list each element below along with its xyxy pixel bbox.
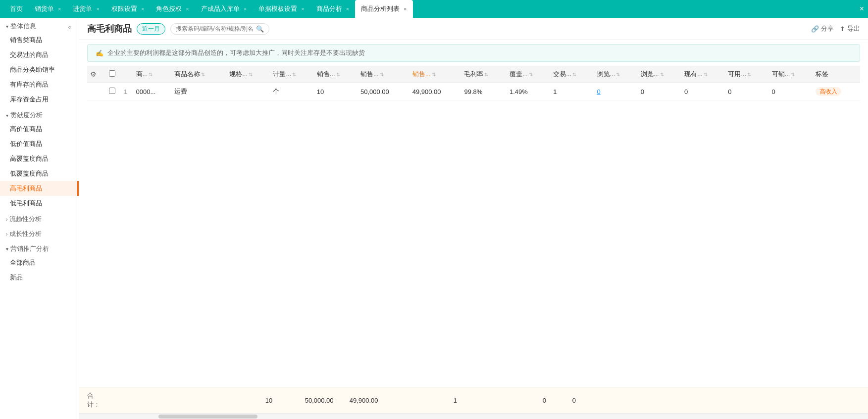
col-tag-header: 标签	[813, 66, 860, 83]
nav-close-sales[interactable]: ×	[58, 6, 61, 12]
nav-item-purchase[interactable]: 进货单 ×	[67, 0, 105, 18]
nav-item-goods-analysis[interactable]: 商品分析 ×	[310, 0, 355, 18]
sidebar-group-growth-arrow: ›	[6, 232, 7, 237]
row-sale2: 0	[769, 83, 813, 100]
col-trade-header[interactable]: 交易...⇅	[550, 66, 594, 83]
nav-item-product-in[interactable]: 产成品入库单 ×	[195, 0, 253, 18]
col-browse1-header[interactable]: 浏览...⇅	[594, 66, 638, 83]
nav-close-goods-analysis-list[interactable]: ×	[404, 6, 407, 12]
search-input[interactable]	[176, 25, 253, 32]
col-gross-rate-header[interactable]: 毛利率⇅	[461, 66, 507, 83]
nav-close-role[interactable]: ×	[186, 6, 189, 12]
footer-sale-qty: 10	[265, 397, 305, 404]
export-button[interactable]: ⬆ 导出	[840, 24, 860, 33]
table-row: 1 0000... 运费 个 10 50,000.00 49,900.00 99…	[87, 83, 860, 100]
share-icon: 🔗	[811, 25, 819, 33]
sidebar-item-high-coverage[interactable]: 高覆盖度商品	[0, 151, 79, 166]
row-checkbox-cell[interactable]	[106, 83, 118, 100]
sidebar-item-sales-goods[interactable]: 销售类商品	[0, 33, 79, 47]
sidebar-item-inventory-capital[interactable]: 库存资金占用	[0, 92, 79, 107]
row-num: 1	[118, 83, 133, 100]
col-sale-amt-header[interactable]: 销售...⇅	[357, 66, 409, 83]
footer-label: 合计：	[87, 391, 106, 409]
scrollbar-bar[interactable]	[79, 413, 868, 419]
row-trade: 1	[550, 83, 594, 100]
row-sale-qty: 10	[314, 83, 357, 100]
nav-item-goods-analysis-list[interactable]: 商品分析列表 ×	[355, 0, 412, 18]
col-check-header[interactable]	[106, 66, 118, 83]
nav-close-purchase[interactable]: ×	[96, 6, 99, 12]
sidebar-item-low-value[interactable]: 低价值商品	[0, 137, 79, 151]
sidebar-item-category-assist[interactable]: 商品分类助销率	[0, 62, 79, 77]
row-checkbox[interactable]	[109, 88, 115, 94]
sidebar-item-all-goods[interactable]: 全部商品	[0, 255, 79, 270]
sidebar-group-marketing-arrow: ▾	[6, 246, 8, 252]
sidebar-collapse-button[interactable]: «	[65, 22, 75, 32]
content-header: 高毛利商品 近一月 🔍 🔗 分享 ⬆ 导出	[79, 18, 868, 40]
nav-close-permission[interactable]: ×	[141, 6, 144, 12]
sidebar-item-low-coverage[interactable]: 低覆盖度商品	[0, 166, 79, 181]
col-spec-header[interactable]: 规格...⇅	[226, 66, 270, 83]
row-spec	[226, 83, 270, 100]
col-num-header	[118, 66, 133, 83]
col-name-header[interactable]: 商品名称⇅	[171, 66, 226, 83]
col-unit-header[interactable]: 计量...⇅	[270, 66, 313, 83]
select-all-checkbox[interactable]	[109, 70, 115, 77]
nav-close-product-in[interactable]: ×	[244, 6, 247, 12]
sidebar-item-new-goods[interactable]: 新品	[0, 270, 79, 285]
nav-item-home[interactable]: 首页	[4, 0, 29, 18]
data-table: ⚙ 商...⇅ 商品名称⇅ 规格...⇅ 计量...⇅ 销售...⇅ 销售...…	[87, 66, 860, 100]
nav-close-all-btn[interactable]: ×	[860, 4, 864, 13]
row-unit: 个	[270, 83, 313, 100]
nav-close-goods-analysis[interactable]: ×	[346, 6, 349, 12]
footer-cells: 10 50,000.00 49,900.00 1 0 0	[112, 397, 860, 404]
footer-avail: 0	[572, 397, 602, 404]
sidebar-item-high-margin[interactable]: 高毛利商品	[0, 181, 79, 196]
sidebar-group-contribution-arrow: ▾	[6, 113, 8, 118]
col-gear-header[interactable]: ⚙	[87, 66, 106, 83]
sidebar-item-high-value[interactable]: 高价值商品	[0, 122, 79, 137]
sidebar-group-contribution[interactable]: ▾ 贡献度分析	[0, 107, 79, 122]
row-browse1[interactable]: 0	[594, 83, 638, 100]
tip-bar: ✍ 企业的主要的利润都是这部分商品创造的，可考虑加大推广，同时关注库存是不要出现…	[87, 44, 860, 62]
col-sale-qty-header[interactable]: 销售...⇅	[314, 66, 357, 83]
sidebar-item-low-margin[interactable]: 低毛利商品	[0, 196, 79, 211]
row-name: 运费	[171, 83, 226, 100]
tip-text: 企业的主要的利润都是这部分商品创造的，可考虑加大推广，同时关注库存是不要出现缺货	[107, 48, 365, 57]
col-browse2-header[interactable]: 浏览...⇅	[638, 66, 681, 83]
search-icon[interactable]: 🔍	[256, 25, 264, 33]
row-gross-rate: 99.8%	[461, 83, 507, 100]
export-icon: ⬆	[840, 25, 845, 33]
footer-current: 0	[543, 397, 572, 404]
search-box: 🔍	[170, 23, 269, 35]
row-avail: 0	[725, 83, 768, 100]
row-sale-amt2: 49,900.00	[409, 83, 461, 100]
page-title: 高毛利商品	[87, 23, 132, 35]
nav-item-permission[interactable]: 权限设置 ×	[105, 0, 150, 18]
col-sale2-header[interactable]: 可销...⇅	[769, 66, 813, 83]
row-tag: 高收入	[813, 83, 860, 100]
sidebar-item-traded-goods[interactable]: 交易过的商品	[0, 47, 79, 62]
sidebar-item-stocked-goods[interactable]: 有库存的商品	[0, 77, 79, 92]
col-coverage-header[interactable]: 覆盖...⇅	[507, 66, 550, 83]
row-gear	[87, 83, 106, 100]
share-button[interactable]: 🔗 分享	[811, 24, 834, 33]
sidebar: « ▾ 整体信息 销售类商品 交易过的商品 商品分类助销率 有库存的商品 库存资…	[0, 18, 79, 419]
sidebar-group-trend[interactable]: › 流趋性分析	[0, 211, 79, 226]
time-filter-month1[interactable]: 近一月	[137, 23, 165, 35]
header-actions: 🔗 分享 ⬆ 导出	[811, 24, 860, 33]
col-sale-amt2-header[interactable]: 销售...⇅	[409, 66, 461, 83]
col-code-header[interactable]: 商...⇅	[133, 66, 172, 83]
col-current-header[interactable]: 现有...⇅	[681, 66, 725, 83]
sidebar-group-growth[interactable]: › 成长性分析	[0, 226, 79, 240]
nav-item-sales[interactable]: 销货单 ×	[29, 0, 67, 18]
nav-close-template[interactable]: ×	[301, 6, 304, 12]
sidebar-group-marketing[interactable]: ▾ 营销推广分析	[0, 240, 79, 255]
nav-item-template[interactable]: 单据模板设置 ×	[253, 0, 310, 18]
row-code: 0000...	[133, 83, 172, 100]
nav-item-role[interactable]: 角色授权 ×	[150, 0, 195, 18]
footer-sale-amt2: 49,900.00	[350, 397, 394, 404]
main-layout: « ▾ 整体信息 销售类商品 交易过的商品 商品分类助销率 有库存的商品 库存资…	[0, 18, 868, 419]
col-avail-header[interactable]: 可用...⇅	[725, 66, 768, 83]
scrollbar-thumb[interactable]	[158, 415, 257, 419]
